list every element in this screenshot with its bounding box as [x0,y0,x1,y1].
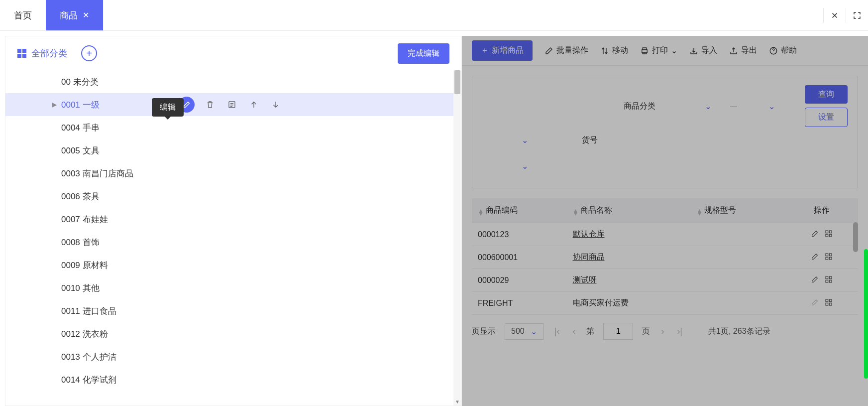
new-product-button[interactable]: ＋ 新增商品 [472,40,533,61]
tree-item[interactable]: 0011 进口食品 [5,299,461,322]
tree-item-label: 0012 洗衣粉 [61,328,108,340]
filter-select-2[interactable]: ⌄ [482,132,532,148]
filter-zone: 商品分类 ⌄ —⌄ 查询 设置 ⌄ 货号 ⌄ [472,76,858,188]
svg-rect-9 [826,257,828,260]
svg-rect-8 [829,254,832,256]
all-categories[interactable]: 全部分类 [17,47,67,59]
page-next-icon[interactable]: › [659,324,666,339]
per-page-select[interactable]: 500⌄ [505,323,543,340]
sort-icon: ▲▼ [696,209,702,215]
batch-label: 批量操作 [556,45,588,56]
edit-tooltip: 编辑 [152,98,184,117]
table-row[interactable]: 000600001协同商品 [472,246,858,269]
cell-ops [785,292,858,315]
table-scrollbar[interactable] [853,222,858,252]
col-code[interactable]: ▲▼商品编码 [472,198,567,223]
help-label: 帮助 [781,45,797,56]
col-name[interactable]: ▲▼商品名称 [567,198,691,223]
col-ops-label: 操作 [814,206,830,214]
properties-icon[interactable] [225,98,238,111]
page-input[interactable] [603,323,633,340]
table-row[interactable]: FREIGHT电商买家付运费 [472,292,858,315]
tree-scrollbar[interactable]: ▼ [453,70,461,406]
tree-item[interactable]: 0010 其他 [5,276,461,299]
tree-item[interactable]: 0007 布娃娃 [5,208,461,231]
scrollbar-thumb[interactable] [454,70,460,94]
table-row[interactable]: 0000123默认仓库 [472,223,858,246]
tree-item[interactable]: 0012 洗衣粉 [5,322,461,345]
tree-item[interactable]: 0008 首饰 [5,231,461,254]
row-more-icon[interactable] [825,276,833,285]
col-spec[interactable]: ▲▼规格型号 [690,198,785,223]
move-button[interactable]: 移动 [600,45,628,56]
row-more-icon[interactable] [825,299,833,308]
row-edit-icon[interactable] [811,231,819,239]
cell-ops [785,246,858,269]
settings-button[interactable]: 设置 [805,108,848,127]
scroll-down-icon[interactable]: ▼ [453,398,461,406]
tree-item-label: 0006 茶具 [61,191,100,202]
svg-rect-1 [642,49,648,52]
tree-item[interactable]: 0013 个人护洁 [5,345,461,368]
chevron-down-icon: ⌄ [768,102,775,111]
delete-icon[interactable] [204,98,217,111]
filter-actions: 查询 设置 [805,85,848,127]
svg-rect-12 [829,276,832,279]
row-more-icon[interactable] [825,254,833,262]
chevron-down-icon: ⌄ [705,102,711,111]
close-icon[interactable]: ✕ [83,10,89,20]
print-button[interactable]: 打印 ⌄ [640,45,677,56]
query-button[interactable]: 查询 [805,85,848,104]
tree-item-label: 0013 个人护洁 [61,351,116,363]
cell-spec [690,246,785,269]
batch-ops-button[interactable]: 批量操作 [544,45,588,56]
help-button[interactable]: 帮助 [769,45,797,56]
category-sub-select[interactable]: —⌄ [725,98,780,115]
tree-item[interactable]: 0006 茶具 [5,185,461,208]
caret-icon[interactable]: ▶ [52,101,59,108]
category-select[interactable]: ⌄ [665,98,715,115]
tree-item[interactable]: 0003 南昌门店商品 [5,162,461,185]
tree-item[interactable]: 0005 文具 [5,139,461,162]
category-panel: 全部分类 + 完成编辑 编辑 00 未分类 ▶ 0001 一级 ＋ [5,36,462,406]
table-row[interactable]: 0000029测试呀 [472,269,858,292]
filter-select-3[interactable]: ⌄ [482,157,532,174]
cell-name[interactable]: 默认仓库 [567,223,691,246]
row-edit-icon[interactable] [811,254,819,262]
add-category-button[interactable]: + [81,45,97,61]
fullscreen-icon[interactable] [846,0,868,31]
tree-item[interactable]: 0004 手串 [5,116,461,139]
tree-item[interactable]: 0014 化学试剂 [5,368,461,391]
page-scroll-indicator[interactable] [864,249,868,379]
sort-icon: ▲▼ [478,209,484,215]
tree-item-selected[interactable]: ▶ 0001 一级 ＋ [5,93,461,116]
page-prev-icon[interactable]: ‹ [570,324,577,339]
close-all-icon[interactable] [824,0,846,31]
tree-item[interactable]: 00 未分类 [5,70,461,93]
svg-rect-6 [829,234,832,237]
export-button[interactable]: 导出 [729,45,757,56]
tree-item[interactable]: 0009 原材料 [5,254,461,276]
svg-rect-15 [826,299,828,302]
category-header: 全部分类 + 完成编辑 [5,36,461,70]
page-first-icon[interactable]: |‹ [552,324,562,339]
import-button[interactable]: 导入 [689,45,717,56]
svg-rect-11 [826,276,828,279]
dash-label: — [730,102,737,110]
all-categories-label: 全部分类 [31,47,67,59]
page-summary: 共1页, 263条记录 [708,326,770,337]
category-tree[interactable]: 编辑 00 未分类 ▶ 0001 一级 ＋ [5,70,461,406]
done-edit-button[interactable]: 完成编辑 [398,43,449,64]
row-edit-icon[interactable] [811,276,819,285]
cell-ops [785,223,858,246]
tab-products[interactable]: 商品 ✕ [46,0,103,30]
svg-rect-7 [826,254,828,256]
page-last-icon[interactable]: ›| [675,324,684,339]
cell-name[interactable]: 测试呀 [567,269,691,292]
row-more-icon[interactable] [825,231,833,239]
chevron-down-icon: ⌄ [531,327,537,336]
move-down-icon[interactable] [269,98,282,111]
tab-home[interactable]: 首页 [0,0,46,30]
move-up-icon[interactable] [247,98,260,111]
cell-name[interactable]: 协同商品 [567,246,691,269]
